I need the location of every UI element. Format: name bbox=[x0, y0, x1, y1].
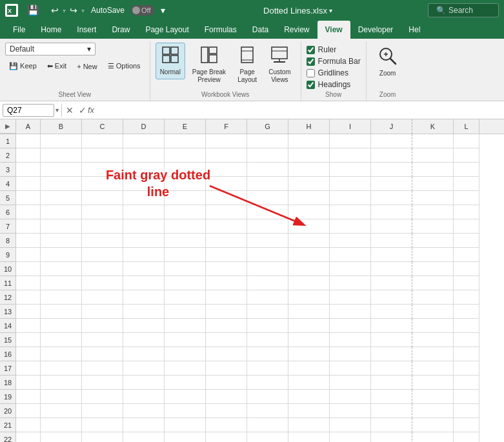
row-num-18[interactable]: 18 bbox=[0, 376, 15, 390]
formula-bar-separator bbox=[61, 104, 62, 117]
tab-view[interactable]: View bbox=[318, 21, 350, 39]
col-header-e[interactable]: E bbox=[165, 119, 206, 134]
exit-button[interactable]: ⬅ Exit bbox=[43, 61, 70, 72]
table-row bbox=[16, 262, 504, 276]
tab-insert[interactable]: Insert bbox=[69, 21, 104, 39]
row-num-1[interactable]: 1 bbox=[0, 134, 15, 148]
col-header-i[interactable]: I bbox=[330, 119, 371, 134]
fx-label: fx bbox=[88, 105, 94, 115]
tab-file[interactable]: File bbox=[5, 21, 33, 39]
col-header-k[interactable]: K bbox=[412, 119, 454, 134]
row-num-9[interactable]: 9 bbox=[0, 248, 15, 262]
cell-e1[interactable] bbox=[165, 134, 206, 148]
tab-data[interactable]: Data bbox=[245, 21, 276, 39]
cell-g1[interactable] bbox=[247, 134, 288, 148]
row-num-8[interactable]: 8 bbox=[0, 234, 15, 248]
row-num-17[interactable]: 17 bbox=[0, 361, 15, 376]
tab-formulas[interactable]: Formulas bbox=[197, 21, 245, 39]
zoom-items: Zoom bbox=[372, 43, 404, 89]
tab-page-layout[interactable]: Page Layout bbox=[137, 21, 196, 39]
custom-views-button[interactable]: CustomViews bbox=[264, 43, 295, 87]
cell-c1[interactable] bbox=[82, 134, 123, 148]
search-bar[interactable]: 🔍 Search bbox=[428, 3, 499, 17]
cell-j1[interactable] bbox=[371, 134, 412, 148]
col-header-a[interactable]: A bbox=[16, 119, 41, 134]
redo-button[interactable]: ↪ bbox=[67, 4, 80, 17]
undo-button[interactable]: ↩ bbox=[48, 4, 61, 17]
row-num-14[interactable]: 14 bbox=[0, 319, 15, 333]
table-row bbox=[16, 418, 504, 432]
tab-review[interactable]: Review bbox=[276, 21, 317, 39]
gridlines-checkbox[interactable] bbox=[307, 69, 315, 77]
select-all-corner[interactable]: ▶ bbox=[0, 119, 16, 134]
svg-rect-5 bbox=[171, 55, 178, 63]
col-header-j[interactable]: J bbox=[371, 119, 412, 134]
cell-d1[interactable] bbox=[123, 134, 165, 148]
title-bar: X 💾 ↩ ▾ ↪ ▾ AutoSave Off ▾ Dotted Lines.… bbox=[0, 0, 504, 21]
row-numbers: 1 2 3 4 5 6 7 8 9 10 11 12 13 14 15 16 1… bbox=[0, 134, 16, 442]
row-num-15[interactable]: 15 bbox=[0, 333, 15, 347]
cell-a1[interactable] bbox=[16, 134, 41, 148]
col-header-g[interactable]: G bbox=[247, 119, 288, 134]
col-header-c[interactable]: C bbox=[82, 119, 123, 134]
row-num-10[interactable]: 10 bbox=[0, 262, 15, 276]
save-button[interactable]: 💾 bbox=[27, 5, 39, 16]
row-num-22[interactable]: 22 bbox=[0, 432, 15, 442]
cell-i1[interactable] bbox=[330, 134, 371, 148]
row-num-6[interactable]: 6 bbox=[0, 205, 15, 219]
col-header-b[interactable]: B bbox=[41, 119, 82, 134]
name-box[interactable] bbox=[3, 104, 54, 117]
formula-confirm-button[interactable]: ✓ bbox=[77, 104, 88, 117]
cell-l1[interactable] bbox=[454, 134, 479, 148]
table-row bbox=[16, 290, 504, 305]
new-sv-button[interactable]: + New bbox=[73, 61, 101, 72]
customize-qat-button[interactable]: ▾ bbox=[158, 4, 168, 17]
row-num-19[interactable]: 19 bbox=[0, 390, 15, 404]
autosave-toggle[interactable]: Off bbox=[131, 5, 154, 15]
options-sv-button[interactable]: ☰ Options bbox=[104, 61, 145, 72]
name-box-dropdown[interactable]: ▾ bbox=[55, 106, 59, 114]
tab-draw[interactable]: Draw bbox=[104, 21, 137, 39]
tab-help[interactable]: Hel bbox=[401, 21, 428, 39]
row-num-12[interactable]: 12 bbox=[0, 290, 15, 305]
formula-controls: ✕ ✓ bbox=[65, 104, 88, 117]
formula-cancel-button[interactable]: ✕ bbox=[65, 104, 75, 117]
row-num-13[interactable]: 13 bbox=[0, 305, 15, 319]
formula-input[interactable] bbox=[97, 106, 501, 115]
col-header-l[interactable]: L bbox=[454, 119, 479, 134]
file-title-dropdown[interactable]: ▾ bbox=[329, 7, 332, 14]
tab-home[interactable]: Home bbox=[33, 21, 69, 39]
title-bar-center: Dotted Lines.xlsx ▾ bbox=[168, 6, 428, 15]
row-num-7[interactable]: 7 bbox=[0, 219, 15, 234]
col-header-d[interactable]: D bbox=[123, 119, 165, 134]
col-header-h[interactable]: H bbox=[288, 119, 330, 134]
custom-views-label: CustomViews bbox=[268, 68, 290, 84]
row-num-3[interactable]: 3 bbox=[0, 163, 15, 177]
row-num-2[interactable]: 2 bbox=[0, 148, 15, 163]
zoom-label: Zoom bbox=[379, 70, 396, 77]
ruler-checkbox[interactable] bbox=[307, 46, 315, 54]
ruler-label: Ruler bbox=[318, 45, 337, 54]
row-num-11[interactable]: 11 bbox=[0, 276, 15, 290]
keep-button[interactable]: 💾 Keep bbox=[5, 61, 41, 72]
row-num-20[interactable]: 20 bbox=[0, 404, 15, 418]
row-num-21[interactable]: 21 bbox=[0, 418, 15, 432]
cell-h1[interactable] bbox=[288, 134, 330, 148]
sheet-view-dropdown[interactable]: Default ▾ bbox=[5, 43, 96, 55]
zoom-button[interactable]: Zoom bbox=[372, 43, 404, 81]
col-header-f[interactable]: F bbox=[206, 119, 247, 134]
row-num-5[interactable]: 5 bbox=[0, 191, 15, 205]
page-break-preview-button[interactable]: Page BreakPreview bbox=[188, 43, 230, 87]
formula-bar-checkbox[interactable] bbox=[307, 57, 315, 66]
table-row bbox=[16, 191, 504, 205]
cell-k1[interactable] bbox=[412, 134, 454, 148]
cell-f1[interactable] bbox=[206, 134, 247, 148]
tab-developer[interactable]: Developer bbox=[350, 21, 401, 39]
cell-b1[interactable] bbox=[41, 134, 82, 148]
page-layout-view-button[interactable]: PageLayout bbox=[233, 43, 261, 87]
row-num-4[interactable]: 4 bbox=[0, 177, 15, 191]
row-num-16[interactable]: 16 bbox=[0, 347, 15, 361]
normal-view-button[interactable]: Normal bbox=[156, 43, 185, 79]
table-row bbox=[16, 248, 504, 262]
headings-checkbox[interactable] bbox=[307, 81, 315, 89]
